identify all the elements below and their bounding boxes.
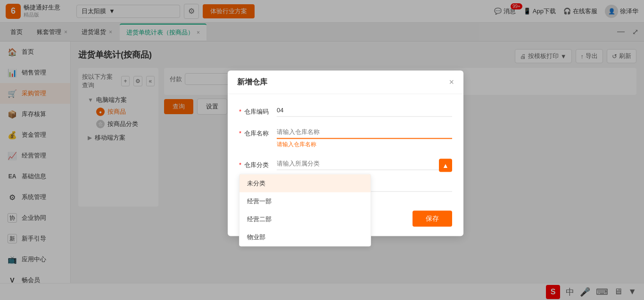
name-error-message: 请输入仓库名称 — [277, 141, 452, 149]
code-label: * 仓库编码 — [239, 104, 277, 116]
code-form-row: * 仓库编码 — [239, 104, 452, 117]
code-required-mark: * — [239, 108, 241, 115]
modal-title: 新增仓库 — [237, 77, 267, 87]
modal-close-button[interactable]: × — [449, 77, 454, 87]
code-input[interactable] — [277, 104, 452, 117]
add-warehouse-modal: 新增仓库 × * 仓库编码 * 仓库名称 请输入仓库名称 — [228, 71, 463, 236]
save-button[interactable]: 保存 — [413, 211, 452, 227]
category-dropdown-list: 未分类 经营一部 经营二部 物业部 — [239, 174, 371, 247]
code-input-wrap — [277, 104, 452, 117]
modal-body: * 仓库编码 * 仓库名称 请输入仓库名称 * 仓库分类 — [228, 94, 463, 205]
category-form-row: * 仓库分类 ▲ 未分类 经营一部 经营二部 物业部 — [239, 157, 452, 170]
dropdown-item-dept1[interactable]: 经营一部 — [239, 192, 371, 210]
category-input[interactable] — [277, 157, 452, 170]
category-dropdown-button[interactable]: ▲ — [439, 159, 452, 172]
category-input-wrap: ▲ 未分类 经营一部 经营二部 物业部 — [277, 157, 452, 170]
name-form-row: * 仓库名称 请输入仓库名称 — [239, 125, 452, 149]
category-required-mark: * — [239, 161, 241, 168]
name-required-mark: * — [239, 130, 241, 137]
modal-header: 新增仓库 × — [228, 71, 463, 94]
name-input[interactable] — [277, 125, 452, 139]
dropdown-item-dept2[interactable]: 经营二部 — [239, 210, 371, 228]
name-input-wrap: 请输入仓库名称 — [277, 125, 452, 149]
name-label: * 仓库名称 — [239, 125, 277, 138]
dropdown-item-uncategorized[interactable]: 未分类 — [239, 175, 371, 192]
dropdown-item-dept3[interactable]: 物业部 — [239, 228, 371, 246]
category-label: * 仓库分类 — [239, 157, 277, 169]
